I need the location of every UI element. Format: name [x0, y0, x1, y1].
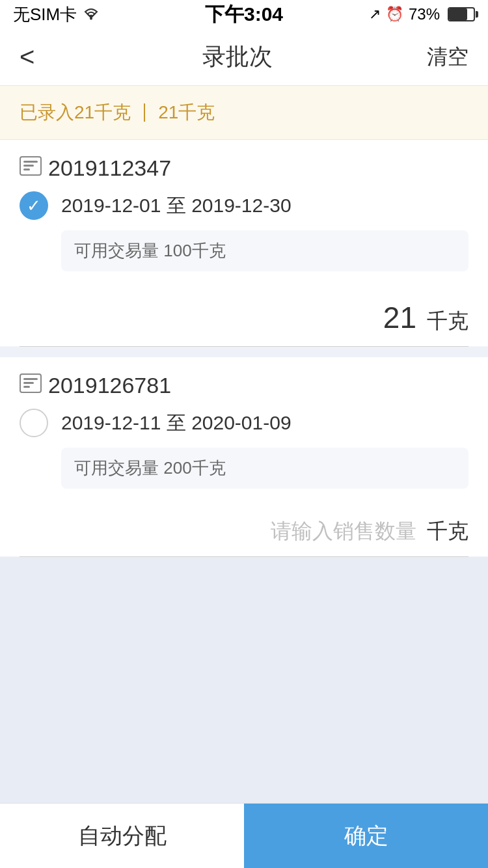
battery-icon	[448, 7, 475, 21]
status-bar: 无SIM卡 下午3:04 ↗ ⏰ 73%	[0, 0, 488, 29]
banner-divider	[144, 103, 145, 122]
svg-rect-6	[23, 378, 38, 380]
check-icon-1: ✓	[27, 196, 41, 216]
svg-rect-2	[23, 161, 38, 163]
carrier-text: 无SIM卡	[13, 3, 77, 26]
radio-2[interactable]	[20, 409, 48, 437]
batch-date-1: 2019-12-01 至 2019-12-30	[61, 193, 291, 219]
confirm-button[interactable]: 确定	[244, 804, 488, 868]
available-qty-1: 可用交易量 100千克	[61, 230, 468, 271]
input-row-2: 请输入销售数量 千克	[0, 502, 488, 556]
info-banner: 已录入21千克 21千克	[0, 86, 488, 140]
batch-id-2: 2019126781	[48, 373, 171, 398]
status-right: ↗ ⏰ 73%	[369, 5, 475, 23]
card-divider	[0, 347, 488, 357]
status-carrier: 无SIM卡	[13, 3, 100, 26]
radio-1[interactable]: ✓	[20, 191, 48, 220]
qty-unit-1: 千克	[427, 307, 468, 336]
svg-point-0	[90, 17, 92, 20]
nav-bar: < 录批次 清空	[0, 29, 488, 86]
svg-rect-8	[23, 386, 30, 388]
batch-card-2: 2019126781 2019-12-11 至 2020-01-09 可用交易量…	[0, 357, 488, 502]
batch-date-row-1[interactable]: ✓ 2019-12-01 至 2019-12-30	[20, 191, 468, 220]
input-placeholder-2: 请输入销售数量	[271, 517, 416, 546]
batch-icon-2	[20, 373, 42, 398]
battery-percentage: 73%	[409, 5, 440, 23]
auto-distribute-button[interactable]: 自动分配	[0, 804, 244, 868]
svg-rect-7	[23, 382, 34, 384]
input-unit-2: 千克	[427, 517, 468, 546]
batch-id-row-2: 2019126781	[20, 373, 468, 398]
qty-row-1: 21 千克	[0, 284, 488, 346]
bottom-bar: 自动分配 确定	[0, 803, 488, 868]
status-time: 下午3:04	[205, 1, 283, 28]
alarm-icon: ⏰	[386, 6, 403, 23]
recorded-amount: 已录入21千克	[20, 100, 131, 125]
gray-fill-area	[0, 557, 488, 817]
amount-value: 21千克	[158, 100, 215, 125]
batch-icon-1	[20, 156, 42, 181]
wifi-icon	[82, 5, 100, 25]
batch-card-1: 2019112347 ✓ 2019-12-01 至 2019-12-30 可用交…	[0, 140, 488, 284]
qty-value-1: 21	[383, 300, 416, 335]
available-qty-2: 可用交易量 200千克	[61, 448, 468, 489]
batch-id-1: 2019112347	[48, 156, 171, 181]
page-title: 录批次	[202, 41, 273, 73]
back-button[interactable]: <	[20, 42, 59, 72]
batch-id-row-1: 2019112347	[20, 156, 468, 181]
clear-button[interactable]: 清空	[416, 43, 468, 72]
svg-rect-4	[23, 169, 30, 170]
location-icon: ↗	[369, 6, 381, 23]
svg-rect-3	[23, 165, 34, 167]
batch-date-2: 2019-12-11 至 2020-01-09	[61, 410, 291, 437]
batch-date-row-2[interactable]: 2019-12-11 至 2020-01-09	[20, 409, 468, 437]
